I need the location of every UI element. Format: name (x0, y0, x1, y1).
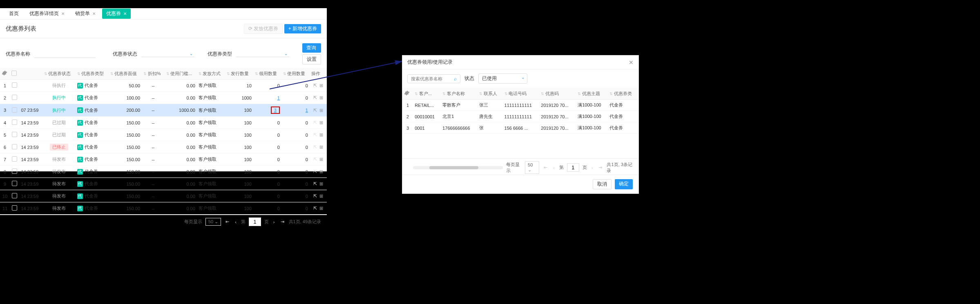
filter-status-select[interactable]: ⌄ (141, 51, 194, 57)
close-icon[interactable]: ✕ (123, 11, 127, 16)
table-row[interactable]: 614 23:59已终止代代金券150.00--0.00客户领取10000⇱⊞ (0, 141, 327, 153)
distribute-coupon-button[interactable]: ⟳发放优惠券 (244, 24, 283, 34)
row-type: 代代金券 (76, 92, 109, 104)
column-使用数量[interactable]: 使用数量 (281, 68, 310, 80)
column-优惠券状态[interactable]: 优惠券状态 (42, 68, 76, 80)
settings-button[interactable]: 设置 (302, 54, 321, 64)
qr-icon[interactable]: ⊞ (319, 169, 323, 174)
qr-icon[interactable]: ⊞ (319, 120, 323, 125)
close-icon[interactable]: ✕ (629, 59, 634, 66)
modal-search-input[interactable] (411, 76, 454, 81)
table-row[interactable]: 914 23:59待发布代代金券150.00--0.00客户领取10000⇱⊞ (0, 178, 327, 190)
table-row[interactable]: 2执行中代代金券100.00--0.00客户领取100010⇱⊞ (0, 92, 327, 104)
row-checkbox[interactable] (10, 117, 19, 129)
column-发行数量[interactable]: 发行数量 (225, 68, 253, 80)
qr-icon[interactable]: ⊞ (319, 157, 323, 162)
gear-column[interactable] (402, 88, 413, 100)
table-row[interactable]: 414 23:59已过期代代金券150.00--0.00客户领取10000⇱⊞ (0, 117, 327, 129)
table-row[interactable]: 1RETAIL...零散客户张三111111111112019120 70...… (402, 100, 638, 111)
table-row[interactable]: 3000117666666666张156 6666 ...2019120 70.… (402, 122, 638, 134)
next-page-button[interactable]: › (272, 220, 276, 224)
row-checkbox[interactable] (10, 80, 19, 92)
column-领用数量[interactable]: 领用数量 (253, 68, 281, 80)
add-coupon-button[interactable]: + 新增优惠券 (284, 24, 321, 33)
search-button[interactable]: 查询 (302, 43, 321, 53)
column-联系人[interactable]: 联系人 (478, 88, 502, 100)
table-row[interactable]: 1014 23:59待发布代代金券150.00--0.00客户领取10000⇱⊞ (0, 190, 327, 202)
column-客户名称[interactable]: 客户名称 (441, 88, 478, 100)
tab-首页[interactable]: 首页 (5, 9, 23, 19)
modal-per-page-select[interactable]: 50 ⌄ (525, 161, 539, 174)
row-checkbox[interactable] (10, 202, 19, 215)
first-page-button[interactable]: ⇤ (542, 165, 549, 170)
used-link[interactable]: 1 (306, 108, 308, 113)
tab-销货单[interactable]: 销货单✕ (71, 9, 100, 19)
column-折扣%[interactable]: 折扣% (142, 68, 165, 80)
table-row[interactable]: 714 23:59待发布代代金券150.00--0.00客户领取10000⇱⊞ (0, 153, 327, 166)
column-使用门槛...[interactable]: 使用门槛... (165, 68, 197, 80)
column-优惠券类型[interactable]: 优惠券类型 (76, 68, 109, 80)
qr-icon[interactable]: ⊞ (319, 95, 323, 100)
table-row[interactable]: 200010001北京1唐先生111111111112019120 70...满… (402, 111, 638, 122)
prev-page-button[interactable]: ‹ (234, 220, 238, 224)
table-row[interactable]: 1114 23:59待发布代代金券150.00--0.00客户领取10000⇱⊞ (0, 202, 327, 215)
modal-status-select[interactable]: 已使用 ⌄ (478, 73, 527, 84)
row-checkbox[interactable] (10, 141, 19, 153)
horizontal-scrollbar[interactable] (413, 166, 503, 169)
filter-name-input[interactable] (34, 50, 96, 58)
table-row[interactable]: 514 23:59已过期代代金券150.00--0.00客户领取10000⇱⊞ (0, 129, 327, 141)
checkbox-header[interactable] (10, 68, 19, 80)
gear-column[interactable] (0, 68, 10, 80)
table-row[interactable]: 814 23:59待发布代代金券150.00--0.00客户领取10000⇱⊞ (0, 166, 327, 178)
qr-icon[interactable]: ⊞ (319, 206, 323, 211)
row-checkbox[interactable] (10, 166, 19, 178)
filter-type-select[interactable]: ⌄ (236, 51, 289, 57)
per-page-select[interactable]: 50 ⌄ (205, 218, 221, 226)
table-row[interactable]: 1待执行代代金券50.00--0.00客户领取1000⇱⊞ (0, 80, 327, 92)
modal-page-input[interactable] (567, 163, 579, 172)
row-used: 0 (281, 166, 310, 178)
column-客户...[interactable]: 客户... (413, 88, 441, 100)
first-page-button[interactable]: ⇤ (224, 219, 230, 224)
qr-icon[interactable]: ⊞ (319, 193, 323, 198)
claimed-link[interactable]: 1 (277, 95, 280, 100)
column-优惠券类[interactable]: 优惠券类 (608, 88, 638, 100)
prev-page-button[interactable]: ‹ (552, 165, 556, 170)
row-checkbox[interactable] (10, 190, 19, 202)
page-input[interactable] (249, 217, 261, 226)
qr-icon[interactable]: ⊞ (319, 181, 323, 186)
next-page-button[interactable]: › (590, 165, 594, 170)
share-icon[interactable]: ⇱ (313, 83, 317, 88)
modal-search-box[interactable]: ⌕ (407, 74, 460, 83)
column-优惠主题[interactable]: 优惠主题 (576, 88, 608, 100)
row-checkbox[interactable] (10, 153, 19, 166)
column-电话号码[interactable]: 电话号码 (503, 88, 540, 100)
tab-优惠券[interactable]: 优惠券✕ (102, 9, 131, 19)
table-row[interactable]: 307 23:59执行中代代金券200.00--1000.00客户领取10031… (0, 104, 327, 117)
cancel-button[interactable]: 取消 (593, 179, 612, 189)
row-face: 150.00 (109, 166, 142, 178)
row-checkbox[interactable] (10, 104, 19, 117)
row-checkbox[interactable] (10, 178, 19, 190)
row-time: 07 23:59 (19, 104, 42, 117)
qr-icon[interactable]: ⊞ (319, 132, 323, 137)
qr-icon[interactable]: ⊞ (319, 108, 323, 113)
tab-优惠券详情页[interactable]: 优惠券详情页✕ (25, 9, 69, 19)
last-page-button[interactable]: ⇥ (279, 219, 286, 224)
share-icon[interactable]: ⇱ (313, 108, 317, 113)
qr-icon[interactable]: ⊞ (319, 83, 323, 88)
row-checkbox[interactable] (10, 92, 19, 104)
confirm-button[interactable]: 确定 (615, 179, 633, 189)
claimed-link[interactable]: 3 (274, 108, 277, 113)
qr-icon[interactable]: ⊞ (319, 144, 323, 149)
row-status: 待发布 (42, 153, 76, 166)
row-checkbox[interactable] (10, 129, 19, 141)
last-page-button[interactable]: ⇥ (597, 165, 603, 170)
column-优惠券面值[interactable]: 优惠券面值 (109, 68, 142, 80)
filter-type-label: 优惠券类型 (208, 51, 232, 58)
close-icon[interactable]: ✕ (61, 11, 65, 16)
share-icon[interactable]: ⇱ (313, 95, 317, 100)
close-icon[interactable]: ✕ (92, 11, 96, 16)
column-发放方式[interactable]: 发放方式 (197, 68, 225, 80)
column-优惠码[interactable]: 优惠码 (539, 88, 576, 100)
